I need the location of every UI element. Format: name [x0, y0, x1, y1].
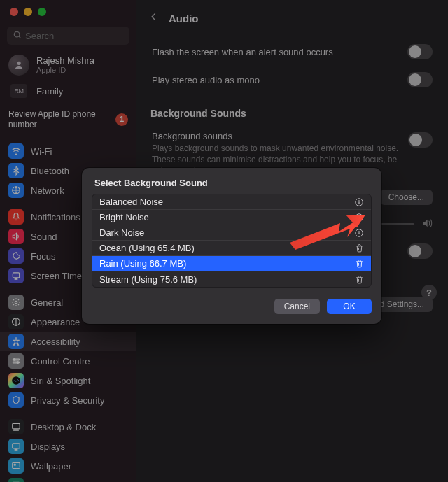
sidebar-item-label: Privacy & Security [31, 395, 104, 406]
accessibility-icon [8, 334, 24, 349]
sidebar-item-label: Displays [31, 441, 65, 452]
maximize-window-button[interactable] [38, 8, 46, 16]
sidebar-item-label: Desktop & Dock [31, 422, 96, 432]
sidebar-item-label: Accessibility [31, 336, 80, 347]
svg-line-1 [19, 36, 21, 38]
flash-screen-label: Flash the screen when an alert sound occ… [152, 47, 333, 57]
sidebar-item-label: Control Centre [31, 356, 90, 367]
sidebar-item-siri-spotlight[interactable]: Siri & Spotlight [0, 371, 136, 390]
sound-icon [8, 229, 24, 244]
screentime-icon [8, 268, 24, 283]
sidebar-item-label: Screen Time [31, 271, 82, 281]
select-background-sound-modal: Select Background Sound Balanced Noise B… [82, 168, 382, 324]
window-controls[interactable] [10, 8, 46, 16]
apple-id-row[interactable]: Rajesh Mishra Apple ID [0, 52, 136, 78]
search-icon [13, 30, 22, 42]
search-input[interactable] [7, 27, 130, 45]
download-icon[interactable] [354, 197, 364, 207]
sidebar-item-displays[interactable]: Displays [0, 437, 136, 456]
close-window-button[interactable] [10, 8, 18, 16]
background-sounds-label: Background sounds [152, 131, 408, 141]
sound-option-stream[interactable]: Stream (Using 75.6 MB) [92, 271, 371, 287]
sidebar-item-label: Network [31, 185, 64, 196]
focus-icon [8, 248, 24, 264]
help-button[interactable]: ? [421, 285, 437, 300]
background-sounds-toggle[interactable] [408, 132, 433, 148]
svg-rect-6 [15, 278, 18, 279]
sound-option-ocean[interactable]: Ocean (Using 65.4 MB) [92, 241, 371, 256]
sidebar-item-desktop-dock[interactable]: Desktop & Dock [0, 417, 136, 437]
sidebar-item-label: Notifications [31, 212, 80, 222]
svg-point-20 [14, 464, 15, 465]
svg-point-2 [17, 62, 20, 65]
svg-point-13 [17, 362, 19, 364]
sound-option-label: Balanced Noise [99, 197, 163, 207]
modal-list[interactable]: Balanced Noise Bright Noise Dark Noise O… [92, 194, 372, 288]
background-sounds-heading: Background Sounds [150, 108, 435, 119]
sidebar-item-label: Focus [31, 251, 55, 262]
cancel-button[interactable]: Cancel [274, 299, 320, 314]
back-button[interactable] [149, 12, 159, 24]
sidebar-item-wi-fi[interactable]: Wi-Fi [0, 141, 136, 161]
sidebar-item-label: General [31, 297, 63, 308]
modal-title: Select Background Sound [94, 178, 372, 188]
family-badge: RM [10, 84, 27, 98]
sidebar-item-label: Appearance [31, 317, 80, 327]
family-row[interactable]: RM Family [0, 81, 136, 101]
svg-point-7 [15, 301, 18, 304]
sound-option-label: Ocean (Using 65.4 MB) [99, 243, 195, 253]
appearance-icon [8, 314, 24, 329]
desktop-icon [8, 419, 24, 434]
controlcentre-icon [8, 353, 24, 369]
download-icon[interactable] [354, 228, 364, 238]
mono-audio-toggle[interactable] [407, 72, 433, 87]
review-text: Review Apple ID phone number [8, 109, 115, 130]
user-name: Rajesh Mishra [36, 56, 94, 66]
sidebar-item-label: Siri & Spotlight [31, 376, 90, 386]
trash-icon[interactable] [355, 243, 364, 253]
mono-audio-label: Play stereo audio as mono [152, 75, 260, 85]
sound-option-rain[interactable]: Rain (Using 66.7 MB) [92, 256, 371, 271]
sidebar-item-accessibility[interactable]: Accessibility [0, 332, 136, 351]
volume-max-icon [421, 218, 433, 231]
avatar [8, 55, 29, 76]
sound-option-label: Rain (Using 66.7 MB) [99, 258, 186, 269]
svg-rect-18 [15, 449, 18, 450]
sidebar-item-privacy-security[interactable]: Privacy & Security [0, 390, 136, 410]
sound-option-bright[interactable]: Bright Noise [92, 210, 371, 225]
lock-screen-toggle[interactable] [407, 243, 433, 259]
svg-point-0 [14, 31, 20, 37]
sound-option-balanced[interactable]: Balanced Noise [92, 194, 371, 210]
sidebar-item-wallpaper[interactable]: Wallpaper [0, 456, 136, 476]
sound-option-dark[interactable]: Dark Noise [92, 225, 371, 241]
download-icon[interactable] [354, 213, 364, 222]
review-apple-id-row[interactable]: Review Apple ID phone number 1 [0, 105, 136, 134]
trash-icon[interactable] [355, 259, 364, 268]
svg-rect-15 [13, 423, 20, 429]
wallpaper-icon [8, 458, 24, 474]
svg-point-9 [15, 338, 17, 339]
sidebar-item-label: Bluetooth [31, 166, 69, 176]
sidebar-item-control-centre[interactable]: Control Centre [0, 351, 136, 371]
choose-button[interactable]: Choose... [380, 190, 433, 205]
siri-icon [8, 373, 24, 388]
wifi-icon [8, 143, 24, 159]
sound-option-label: Stream (Using 75.6 MB) [99, 274, 197, 285]
user-sub: Apple ID [36, 66, 94, 74]
minimize-window-button[interactable] [24, 8, 32, 16]
screensaver-icon [8, 478, 24, 482]
sidebar-item-screen-saver[interactable]: Screen Saver [0, 476, 136, 482]
sound-option-label: Bright Noise [99, 212, 149, 222]
trash-icon[interactable] [355, 275, 364, 284]
page-title: Audio [169, 13, 199, 24]
review-badge: 1 [115, 113, 128, 126]
sound-option-label: Dark Noise [99, 227, 144, 238]
svg-rect-5 [13, 273, 19, 278]
network-icon [8, 183, 24, 198]
ok-button[interactable]: OK [327, 299, 372, 314]
bluetooth-icon [8, 163, 24, 178]
svg-point-12 [13, 359, 15, 361]
privacy-icon [8, 392, 24, 408]
flash-screen-toggle[interactable] [407, 44, 433, 59]
general-icon [8, 295, 24, 310]
